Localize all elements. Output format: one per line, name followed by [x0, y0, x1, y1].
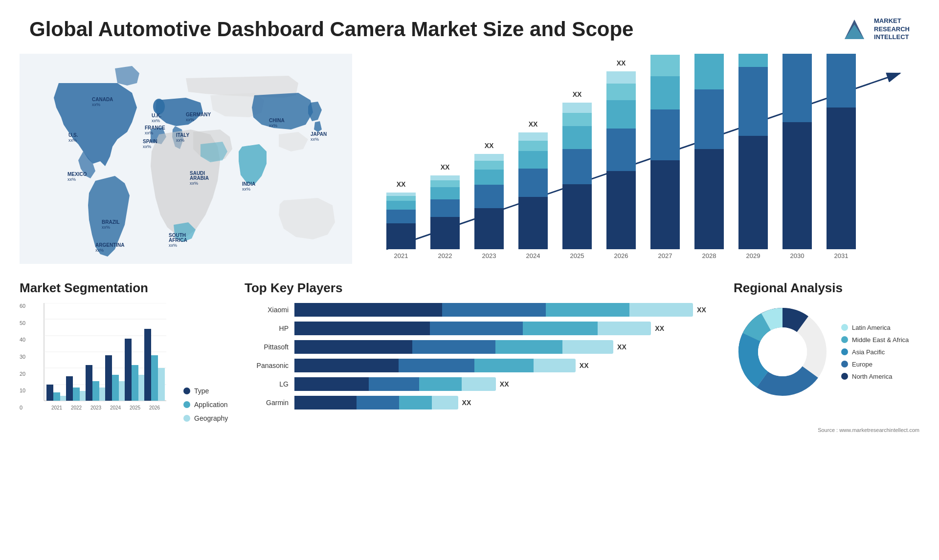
player-value-hp: XX: [655, 324, 664, 332]
player-name-hp: HP: [245, 324, 289, 332]
svg-text:FRANCE: FRANCE: [145, 125, 165, 130]
svg-text:XX: XX: [573, 90, 582, 98]
bar-2022-seg4: [430, 180, 460, 187]
bar-2021-seg2: [386, 210, 416, 223]
regional-section: Regional Analysis: [734, 280, 919, 422]
svg-text:2026: 2026: [149, 405, 160, 410]
svg-text:xx%: xx%: [176, 138, 184, 143]
player-row-garmin: Garmin XX: [245, 396, 714, 409]
player-row-panasonic: Panasonic XX: [245, 359, 714, 372]
svg-text:2027: 2027: [658, 252, 672, 259]
type-dot: [183, 388, 190, 394]
svg-rect-122: [151, 355, 158, 401]
svg-rect-70: [650, 109, 680, 160]
players-list: Xiaomi XX HP: [245, 303, 714, 409]
bar-2021-seg1: [386, 223, 416, 249]
svg-point-3: [153, 99, 165, 114]
svg-rect-113: [105, 355, 112, 401]
svg-rect-52: [518, 132, 548, 141]
svg-text:2031: 2031: [834, 252, 849, 259]
player-bar-garmin: XX: [294, 396, 714, 409]
svg-text:2023: 2023: [482, 252, 496, 259]
players-title: Top Key Players: [245, 280, 714, 296]
logo-text: MARKET RESEARCH INTELLECT: [874, 17, 910, 42]
north-america-dot: [841, 373, 848, 380]
legend-north-america: North America: [841, 373, 909, 380]
svg-rect-117: [125, 339, 132, 401]
map-section: CANADA xx% U.S. xx% MEXICO xx% BRAZIL xx…: [20, 54, 352, 269]
svg-rect-90: [827, 54, 856, 108]
svg-text:xx%: xx%: [68, 138, 77, 143]
svg-rect-121: [144, 329, 151, 401]
seg-chart: 2021 2022: [34, 303, 166, 420]
bar-2022-seg5: [430, 175, 460, 180]
svg-text:2025: 2025: [570, 252, 584, 259]
geo-dot: [183, 415, 190, 422]
player-name-pittasoft: Pittasoft: [245, 343, 289, 351]
svg-rect-118: [132, 365, 138, 401]
svg-rect-57: [562, 126, 592, 149]
bar-2022-seg2: [430, 199, 460, 217]
player-bar-xiaomi: XX: [294, 303, 714, 317]
segmentation-section: Market Segmentation 60 50 40 30 20 10 0: [20, 280, 225, 422]
player-row-lg: LG XX: [245, 377, 714, 391]
asia-pacific-dot: [841, 348, 848, 355]
bar-2022-seg3: [430, 187, 460, 199]
player-name-lg: LG: [245, 380, 289, 388]
svg-rect-119: [138, 375, 145, 401]
svg-text:2022: 2022: [71, 405, 82, 410]
svg-rect-62: [606, 171, 636, 249]
regional-title: Regional Analysis: [734, 280, 919, 296]
svg-rect-75: [694, 149, 724, 249]
svg-rect-49: [518, 169, 548, 197]
chart-section: XX 2021 XX 2022 XX 2023: [352, 54, 919, 271]
svg-text:2026: 2026: [614, 252, 628, 259]
svg-rect-58: [562, 113, 592, 126]
svg-text:xx%: xx%: [145, 130, 153, 135]
legend-europe: Europe: [841, 361, 909, 368]
svg-rect-44: [474, 161, 504, 170]
legend-latin-america: Latin America: [841, 324, 909, 331]
svg-rect-86: [782, 54, 812, 122]
svg-rect-71: [650, 76, 680, 109]
player-name-panasonic: Panasonic: [245, 362, 289, 369]
bar-2021-seg3: [386, 201, 416, 210]
legend-mea: Middle East & Africa: [841, 336, 909, 344]
bar-2021-seg5: [386, 193, 416, 196]
seg-chart-wrapper: 60 50 40 30 20 10 0: [20, 303, 225, 422]
svg-rect-50: [518, 151, 548, 169]
donut-chart: [734, 303, 831, 401]
svg-text:XX: XX: [485, 142, 494, 150]
svg-text:xx%: xx%: [190, 181, 198, 186]
player-value-lg: XX: [500, 380, 509, 388]
svg-text:CHINA: CHINA: [269, 118, 285, 123]
logo: MARKET RESEARCH INTELLECT: [840, 15, 910, 44]
svg-rect-56: [562, 149, 592, 184]
player-value-panasonic: XX: [580, 362, 589, 369]
svg-rect-55: [562, 184, 592, 249]
svg-rect-102: [53, 392, 60, 401]
svg-text:xx%: xx%: [92, 102, 100, 107]
player-bar-hp: XX: [294, 322, 714, 335]
svg-rect-43: [474, 170, 504, 185]
player-row-pittasoft: Pittasoft XX: [245, 340, 714, 354]
svg-text:XX: XX: [441, 163, 450, 171]
svg-rect-123: [158, 368, 165, 401]
svg-rect-64: [606, 100, 636, 129]
svg-text:2024: 2024: [110, 405, 121, 410]
mea-dot: [841, 336, 848, 343]
header: Global Automotive Dashboard Camera Marke…: [0, 0, 939, 54]
svg-rect-109: [86, 365, 92, 401]
svg-text:SPAIN: SPAIN: [143, 139, 157, 144]
svg-text:2022: 2022: [438, 252, 452, 259]
svg-text:xx%: xx%: [242, 187, 250, 192]
svg-rect-77: [694, 54, 724, 89]
legend-type: Type: [183, 387, 228, 395]
app-dot: [183, 401, 190, 408]
svg-text:BRAZIL: BRAZIL: [102, 219, 120, 225]
svg-rect-69: [650, 160, 680, 249]
bar-2021-seg4: [386, 196, 416, 201]
player-bar-pittasoft: XX: [294, 340, 714, 354]
player-value-pittasoft: XX: [617, 343, 626, 351]
svg-text:XX: XX: [529, 120, 538, 128]
